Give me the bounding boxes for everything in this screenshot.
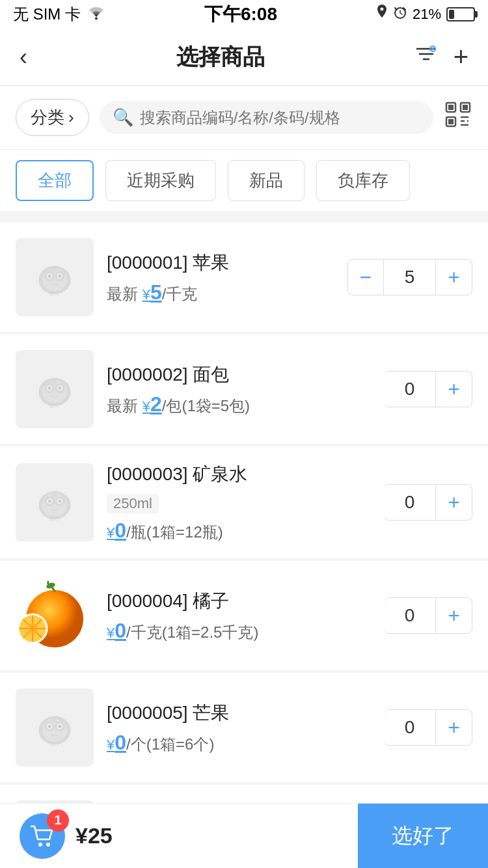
tab-new[interactable]: 新品: [228, 160, 305, 201]
orange-image: [16, 576, 94, 655]
price-unit: /个(1箱=6个): [126, 735, 214, 753]
price-unit: /千克: [162, 285, 198, 303]
qty-minus-button[interactable]: −: [347, 259, 384, 295]
filter-bar: 分类 › 🔍: [0, 86, 488, 150]
qty-input[interactable]: [384, 484, 436, 521]
svg-point-58: [42, 719, 68, 742]
qty-plus-button[interactable]: +: [436, 259, 472, 295]
owl-logo-icon: 智十: [32, 254, 77, 300]
svg-point-64: [58, 725, 61, 728]
svg-text:智十: 智十: [49, 740, 61, 747]
product-info-3: [0000003] 矿泉水 250ml ¥0/瓶(1箱=12瓶): [107, 462, 371, 543]
svg-point-18: [42, 269, 68, 292]
category-button[interactable]: 分类 ›: [16, 99, 89, 136]
search-box: 🔍: [100, 101, 433, 134]
svg-point-44: [58, 500, 61, 503]
price-value: 0: [115, 519, 126, 542]
product-name-2: [0000002] 面包: [107, 362, 371, 387]
yen-sign: ¥: [142, 398, 150, 414]
status-bar: 无 SIM 卡 下午6:08 21%: [0, 0, 488, 29]
tab-recent[interactable]: 近期采购: [105, 160, 216, 201]
svg-point-24: [58, 275, 61, 278]
product-price-4: ¥0/千克(1箱=2.5千克): [107, 619, 371, 643]
qty-control-3: +: [384, 484, 472, 521]
svg-point-55: [27, 623, 38, 634]
price-value: 0: [115, 619, 126, 642]
product-image-5: 智十: [16, 688, 94, 766]
svg-text:智十: 智十: [49, 402, 61, 409]
product-info-4: [0000004] 橘子 ¥0/千克(1箱=2.5千克): [107, 589, 371, 643]
add-button[interactable]: +: [454, 42, 468, 72]
svg-point-43: [48, 500, 51, 503]
svg-rect-11: [448, 119, 454, 124]
bottom-bar: 1 ¥25 选好了: [0, 803, 488, 868]
product-price-3: ¥0/瓶(1箱=12瓶): [107, 519, 371, 543]
yen-sign: ¥: [107, 737, 115, 753]
confirm-button[interactable]: 选好了: [358, 804, 488, 869]
list-item: [0000004] 橘子 ¥0/千克(1箱=2.5千克) +: [0, 561, 488, 670]
product-name-3: [0000003] 矿泉水: [107, 462, 371, 487]
price-unit: /瓶(1箱=12瓶): [126, 523, 223, 541]
qty-input[interactable]: [384, 259, 436, 295]
svg-rect-10: [448, 105, 454, 110]
svg-point-63: [48, 725, 51, 728]
cart-section: 1 ¥25: [0, 813, 358, 859]
svg-point-6: [431, 47, 434, 50]
product-image-4: [16, 576, 94, 655]
filter-icon[interactable]: [414, 43, 438, 72]
product-spec-3: 250ml: [107, 494, 159, 513]
nav-actions: +: [414, 42, 468, 72]
qty-input[interactable]: [384, 709, 436, 746]
category-label: 分类: [31, 106, 64, 129]
product-list: 智十 [0000001] 苹果 最新 ¥5/千克 − +: [0, 223, 488, 868]
qty-input[interactable]: [384, 371, 436, 407]
svg-point-33: [48, 387, 51, 390]
search-input[interactable]: [140, 109, 420, 127]
qty-control-4: +: [384, 597, 472, 634]
qty-control-5: +: [384, 709, 472, 746]
tabs-bar: 全部 近期采购 新品 负库存: [0, 150, 488, 212]
owl-logo-icon: 智十: [32, 480, 77, 525]
list-item: 智十 [0000003] 矿泉水 250ml ¥0/瓶(1箱=12瓶) +: [0, 446, 488, 558]
product-image-1: 智十: [16, 238, 94, 316]
product-info-2: [0000002] 面包 最新 ¥2/包(1袋=5包): [107, 362, 371, 416]
list-item: 智十 [0000002] 面包 最新 ¥2/包(1袋=5包) +: [0, 334, 488, 444]
price-prefix: 最新: [107, 285, 142, 303]
status-time: 下午6:08: [204, 2, 277, 27]
yen-sign: ¥: [107, 524, 115, 541]
qty-plus-button[interactable]: +: [436, 709, 472, 746]
qty-input[interactable]: [384, 597, 436, 634]
cart-badge: 1: [47, 809, 69, 832]
qty-plus-button[interactable]: +: [436, 484, 472, 521]
cart-icon-wrap[interactable]: 1: [20, 813, 65, 859]
product-price-5: ¥0/个(1箱=6个): [107, 731, 371, 755]
wifi-icon: [87, 5, 105, 23]
nav-bar: ‹ 选择商品 +: [0, 29, 488, 86]
total-price: ¥25: [75, 823, 113, 848]
yen-sign: ¥: [142, 286, 150, 303]
product-info-1: [0000001] 苹果 最新 ¥5/千克: [107, 251, 334, 305]
svg-point-38: [42, 494, 68, 517]
status-right: 21%: [376, 5, 475, 24]
tab-negative[interactable]: 负库存: [316, 160, 410, 201]
scan-icon[interactable]: [444, 100, 472, 135]
product-name-4: [0000004] 橘子: [107, 589, 371, 614]
svg-text:智十: 智十: [49, 290, 61, 297]
carrier-label: 无 SIM 卡: [13, 4, 81, 25]
svg-point-23: [48, 275, 51, 278]
qty-plus-button[interactable]: +: [436, 597, 472, 634]
qty-plus-button[interactable]: +: [436, 371, 472, 407]
price-value: 5: [150, 280, 162, 304]
product-image-3: 智十: [16, 463, 94, 541]
list-item: 智十 [0000005] 芒果 ¥0/个(1箱=6个) +: [0, 673, 488, 782]
product-price-2: 最新 ¥2/包(1袋=5包): [107, 392, 371, 416]
battery-icon: [446, 7, 475, 21]
tab-all[interactable]: 全部: [16, 160, 94, 201]
yen-sign: ¥: [107, 625, 115, 641]
qty-control-1: − +: [347, 259, 472, 295]
price-unit: /千克(1箱=2.5千克): [126, 623, 258, 641]
svg-point-34: [58, 387, 61, 390]
svg-point-28: [42, 381, 68, 403]
back-button[interactable]: ‹: [20, 44, 27, 71]
price-value: 0: [115, 731, 126, 754]
